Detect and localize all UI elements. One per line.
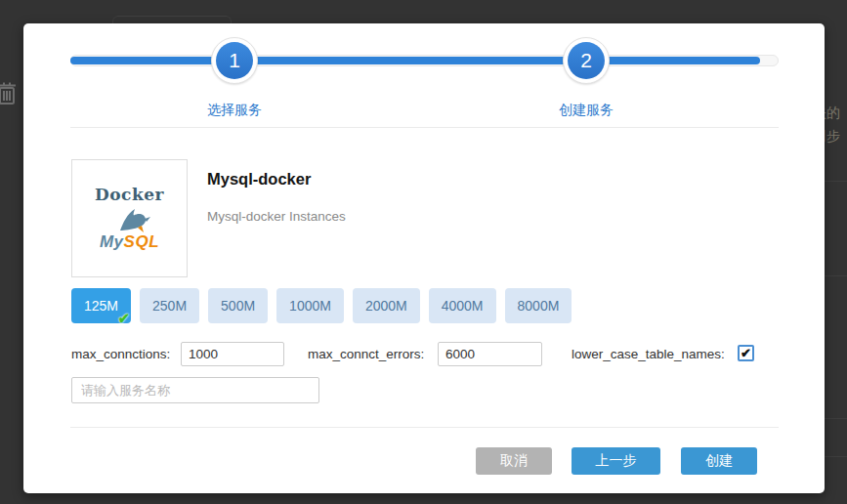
max-connections-label: max_connctions: (71, 347, 170, 361)
cancel-button[interactable]: 取消 (476, 447, 552, 475)
service-name-input[interactable] (71, 377, 319, 403)
background-separator (825, 181, 847, 182)
size-option-500m[interactable]: 500M (208, 288, 268, 323)
size-option-label: 1000M (289, 298, 331, 314)
size-option-1000m[interactable]: 1000M (276, 288, 344, 323)
wizard-step-2-number: 2 (568, 42, 605, 79)
service-logo: Docker MySQL (71, 159, 188, 277)
create-service-dialog: 1 2 选择服务 创建服务 Docker MySQL Mysql-docker … (23, 23, 825, 493)
max-connections-input[interactable] (181, 342, 284, 366)
size-option-label: 500M (221, 298, 255, 314)
mysql-dolphin-icon (118, 207, 151, 232)
background-separator (825, 275, 847, 276)
size-options: 125M ✔ 250M 500M 1000M 2000M 4000M 8000M (71, 288, 572, 323)
lower-case-table-names-checkbox[interactable]: ✔ (738, 345, 754, 361)
wizard-step-1-circle[interactable]: 1 (211, 37, 258, 84)
divider (70, 427, 779, 428)
max-connect-errors-input[interactable] (438, 342, 542, 366)
size-option-label: 8000M (518, 298, 560, 314)
wizard-step-1-number: 1 (216, 42, 253, 79)
size-option-label: 2000M (365, 298, 407, 314)
wizard-progress-fill (70, 57, 760, 64)
checkbox-check-icon: ✔ (741, 347, 751, 359)
size-option-label: 4000M (442, 298, 484, 314)
size-option-125m[interactable]: 125M ✔ (71, 288, 131, 323)
trash-icon (0, 80, 18, 105)
create-button[interactable]: 创建 (681, 447, 757, 475)
size-option-2000m[interactable]: 2000M (353, 288, 420, 323)
service-title: Mysql-docker (207, 170, 311, 189)
size-option-label: 125M (84, 298, 118, 314)
wizard-step-1-label: 选择服务 (180, 102, 289, 119)
lower-case-table-names-label: lower_case_table_names: (572, 347, 725, 361)
docker-logo-text: Docker (95, 185, 164, 204)
background-separator (825, 456, 847, 457)
max-connect-errors-label: max_connct_errors: (308, 347, 424, 361)
previous-step-button[interactable]: 上一步 (572, 447, 660, 475)
size-option-4000m[interactable]: 4000M (429, 288, 496, 323)
wizard-step-2-label: 创建服务 (531, 102, 641, 119)
size-option-250m[interactable]: 250M (140, 288, 199, 323)
background-separator (825, 418, 847, 419)
service-subtitle: Mysql-docker Instances (207, 209, 346, 224)
mysql-logo-sql: SQL (124, 232, 159, 251)
divider (70, 127, 779, 128)
wizard-step-2-circle[interactable]: 2 (563, 37, 610, 84)
mysql-logo-text: MySQL (100, 232, 159, 252)
size-option-8000m[interactable]: 8000M (505, 288, 572, 323)
selected-check-icon: ✔ (117, 310, 130, 327)
size-option-label: 250M (152, 298, 187, 314)
mysql-logo-my: My (100, 232, 124, 251)
